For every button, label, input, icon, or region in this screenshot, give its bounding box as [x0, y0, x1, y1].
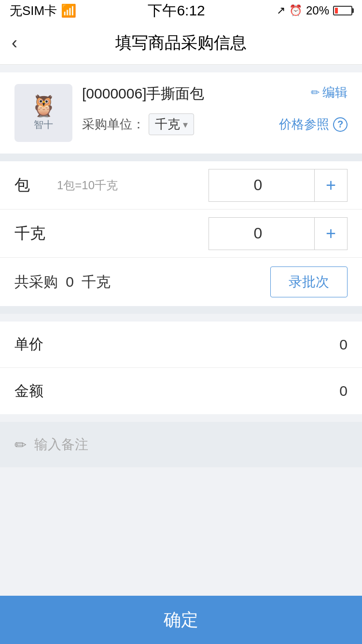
product-card: 🦉 智十 [0000006]手撕面包 ✏ 编辑 采购单位： 千克 ▾ 价格参照 …	[0, 72, 362, 154]
quantity-input-group-kg: +	[209, 217, 348, 250]
info-value-amount: 0	[339, 383, 348, 399]
quantity-sublabel-bao: 1包=10千克	[57, 178, 209, 193]
quantity-plus-kg[interactable]: +	[315, 217, 348, 250]
product-name: [0000006]手撕面包	[82, 84, 311, 104]
divider-1	[0, 154, 362, 161]
summary-prefix: 共采购	[14, 274, 58, 290]
batch-button[interactable]: 录批次	[270, 266, 348, 297]
divider-2	[0, 306, 362, 314]
battery-icon	[333, 6, 352, 15]
price-ref-button[interactable]: 价格参照 ?	[279, 116, 348, 133]
product-image: 🦉 智十	[14, 84, 72, 142]
pencil-icon: ✏	[14, 436, 27, 453]
edit-label: 编辑	[322, 84, 348, 101]
quantity-row-bao: 包 1包=10千克 +	[0, 161, 362, 210]
wifi-icon: 📶	[61, 3, 76, 18]
info-label-amount: 金额	[14, 381, 43, 401]
product-name-row: [0000006]手撕面包 ✏ 编辑	[82, 84, 348, 104]
nav-bar: ‹ 填写商品采购信息	[0, 21, 362, 65]
unit-value: 千克	[155, 116, 180, 133]
location-icon: ↗	[277, 4, 285, 17]
quantity-plus-bao[interactable]: +	[315, 169, 348, 202]
summary-row: 共采购 0 千克 录批次	[0, 258, 362, 306]
product-logo-text: 智十	[34, 118, 53, 131]
quantity-input-bao[interactable]	[209, 169, 315, 202]
summary-value: 0	[66, 274, 74, 290]
summary-text: 共采购 0 千克	[14, 272, 111, 292]
status-time: 下午6:12	[148, 1, 205, 21]
summary-unit: 千克	[82, 274, 111, 290]
unit-label: 采购单位：	[82, 116, 145, 133]
quantity-label-kg: 千克	[14, 223, 53, 244]
quantity-input-kg[interactable]	[209, 217, 315, 250]
dropdown-arrow-icon: ▾	[183, 119, 188, 130]
info-section: 单价 0 金额 0	[0, 322, 362, 414]
edit-icon: ✏	[311, 86, 320, 99]
confirm-button[interactable]: 确定	[0, 596, 362, 644]
quantity-section: 包 1包=10千克 + 千克 +	[0, 161, 362, 258]
remark-section[interactable]: ✏ 输入备注	[0, 422, 362, 467]
status-right: ↗ ⏰ 20%	[277, 4, 352, 17]
alarm-icon: ⏰	[289, 4, 302, 17]
status-left: 无SIM卡 📶	[10, 2, 76, 19]
info-value-price: 0	[339, 336, 348, 353]
info-row-amount: 金额 0	[0, 368, 362, 414]
quantity-row-kg: 千克 +	[0, 210, 362, 258]
quantity-label-bao: 包	[14, 175, 53, 196]
info-label-price: 单价	[14, 335, 43, 354]
edit-button[interactable]: ✏ 编辑	[311, 84, 348, 101]
product-info: [0000006]手撕面包 ✏ 编辑 采购单位： 千克 ▾ 价格参照 ?	[82, 84, 348, 135]
product-logo-icon: 🦉	[30, 95, 57, 116]
carrier-text: 无SIM卡	[10, 2, 57, 19]
page-title: 填写商品采购信息	[115, 32, 247, 54]
quantity-input-group-bao: +	[209, 169, 348, 202]
status-bar: 无SIM卡 📶 下午6:12 ↗ ⏰ 20%	[0, 0, 362, 21]
price-ref-label: 价格参照	[279, 116, 329, 133]
back-button[interactable]: ‹	[12, 33, 17, 53]
info-row-price: 单价 0	[0, 322, 362, 368]
price-ref-help-icon: ?	[333, 117, 348, 132]
remark-placeholder: 输入备注	[34, 435, 88, 454]
purchase-unit-row: 采购单位： 千克 ▾ 价格参照 ?	[82, 113, 348, 135]
battery-percent: 20%	[306, 4, 329, 17]
unit-selector[interactable]: 千克 ▾	[149, 113, 194, 135]
